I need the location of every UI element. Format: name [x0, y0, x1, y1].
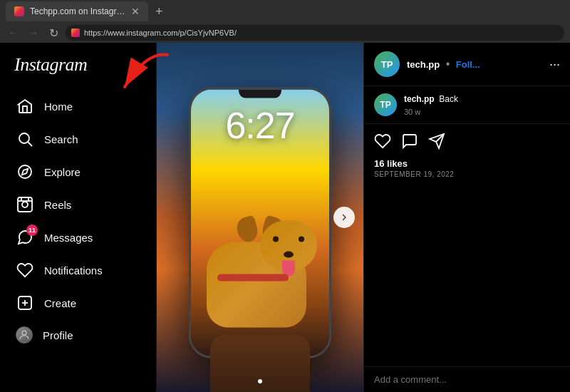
dog-ear-left: [234, 215, 260, 244]
new-tab-btn[interactable]: +: [151, 4, 167, 19]
likes-count: 16 likes: [364, 158, 570, 169]
post-header: TP tech.pp • Foll... ···: [364, 43, 570, 86]
create-icon: [16, 294, 34, 312]
share-btn[interactable]: [428, 133, 445, 150]
forward-btn[interactable]: →: [26, 26, 41, 39]
search-label: Search: [44, 133, 78, 145]
svg-point-13: [22, 331, 26, 335]
page-body: Instagram Home Search Explore: [0, 43, 570, 392]
main-content: 6:27: [157, 43, 570, 392]
tab-close-btn[interactable]: ✕: [131, 6, 140, 17]
follow-btn[interactable]: Foll...: [456, 59, 480, 70]
sidebar-item-search[interactable]: Search: [9, 123, 147, 155]
site-favicon: [71, 29, 80, 37]
create-label: Create: [44, 297, 76, 309]
search-icon: [16, 130, 34, 148]
right-panel: TP tech.pp • Foll... ··· TP tech.pp Back: [363, 43, 570, 392]
address-bar[interactable]: https://www.instagram.com/p/CisYjvNP6VB/: [66, 25, 564, 41]
svg-point-3: [19, 165, 31, 178]
phone-time: 6:27: [225, 104, 294, 147]
post-user-info: tech.pp • Foll...: [407, 58, 542, 71]
sidebar-item-messages[interactable]: 11 Messages: [9, 221, 147, 254]
notifications-label: Notifications: [44, 264, 103, 277]
svg-point-6: [22, 202, 28, 207]
browser-chrome: Techpp.com on Instagram: "Back... ✕ + ← …: [0, 0, 570, 43]
post-actions: [364, 124, 570, 158]
messages-label: Messages: [44, 232, 93, 244]
profile-label: Profile: [43, 329, 73, 341]
post-more-btn[interactable]: ···: [549, 57, 560, 72]
instagram-logo: Instagram: [9, 54, 147, 76]
active-tab[interactable]: Techpp.com on Instagram: "Back... ✕: [6, 1, 148, 21]
add-comment-area: [364, 366, 570, 392]
messages-badge: 11: [26, 225, 38, 236]
phone-mockup: 6:27: [189, 88, 331, 359]
comment-btn[interactable]: [401, 133, 418, 150]
sidebar-item-create[interactable]: Create: [9, 287, 147, 319]
sidebar-item-home[interactable]: Home: [9, 90, 147, 123]
tab-favicon: [14, 6, 24, 16]
explore-icon: [16, 163, 34, 181]
url-text: https://www.instagram.com/p/CisYjvNP6VB/: [84, 29, 237, 37]
svg-rect-5: [18, 197, 32, 212]
browser-nav: ← → ↻ https://www.instagram.com/p/CisYjv…: [0, 23, 570, 43]
svg-line-2: [28, 143, 33, 147]
caption-user: TP tech.pp Back 30 w: [374, 93, 560, 116]
reels-icon: [16, 195, 34, 214]
caption-username[interactable]: tech.pp: [404, 94, 435, 104]
browser-tabs: Techpp.com on Instagram: "Back... ✕ +: [0, 0, 570, 23]
dot-1: [258, 379, 262, 383]
sidebar-item-reels[interactable]: Reels: [9, 188, 147, 221]
post-date: SEPTEMBER 19, 2022: [364, 169, 570, 185]
sidebar-item-notifications[interactable]: Notifications: [9, 254, 147, 287]
explore-label: Explore: [44, 166, 81, 178]
notifications-icon: [16, 261, 34, 279]
comment-input[interactable]: [374, 374, 560, 385]
caption-content: tech.pp Back 30 w: [404, 93, 458, 116]
caption-avatar: TP: [374, 93, 397, 116]
post-indicator-dots: [258, 379, 262, 383]
next-post-btn[interactable]: [333, 207, 355, 228]
phone-screen: 6:27: [191, 90, 329, 356]
profile-avatar: [16, 326, 33, 344]
sidebar: Instagram Home Search Explore: [0, 43, 157, 392]
sidebar-item-profile[interactable]: Profile: [9, 319, 147, 351]
caption-text: tech.pp Back: [404, 93, 458, 105]
dog-head: [260, 221, 317, 271]
tab-title: Techpp.com on Instagram: "Back...: [30, 6, 125, 16]
post-user-avatar: TP: [374, 51, 400, 77]
post-caption-area: TP tech.pp Back 30 w: [364, 86, 570, 124]
svg-point-1: [19, 133, 29, 143]
phone-notch: [239, 90, 281, 98]
home-label: Home: [44, 100, 73, 113]
back-btn[interactable]: ←: [6, 26, 21, 39]
post-image: 6:27: [157, 43, 363, 392]
caption-time: 30 w: [404, 108, 458, 116]
post-username[interactable]: tech.pp: [407, 59, 440, 70]
phone-body: 6:27: [189, 88, 331, 359]
refresh-btn[interactable]: ↻: [46, 26, 61, 40]
sidebar-item-explore[interactable]: Explore: [9, 155, 147, 188]
like-btn[interactable]: [374, 133, 391, 150]
reels-label: Reels: [44, 199, 71, 211]
home-icon: [16, 97, 34, 115]
svg-marker-4: [22, 169, 28, 175]
post-area: 6:27: [157, 43, 363, 392]
post-background: 6:27: [157, 43, 363, 392]
messages-icon: 11: [16, 228, 34, 247]
